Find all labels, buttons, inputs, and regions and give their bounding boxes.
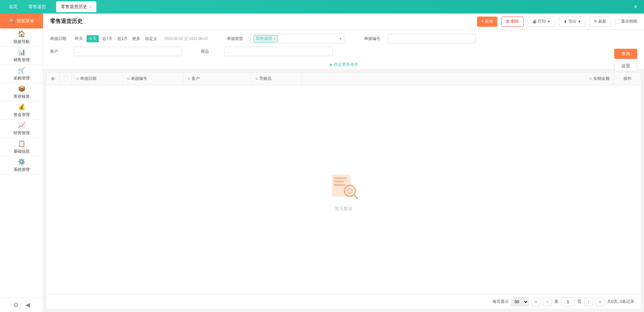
collapse-bar[interactable]: ▲ 收起更多条件 [50, 60, 637, 69]
filter-area: 单据日期 昨天 今天 近7天 近1月 更多 自定义 2023-06-02 至 2… [43, 30, 644, 69]
settings-col-icon[interactable]: ⚙ [51, 76, 55, 81]
voucher-type-select[interactable]: 零售退货 × ▼ [251, 34, 345, 43]
tab-retail-return-close[interactable]: × [48, 5, 50, 9]
tab-retail-return-history-close[interactable]: × [89, 5, 91, 9]
th-customer: ⇅ 客户 [184, 72, 251, 85]
sidebar-item-operations[interactable]: 📈 经营管理 [0, 120, 43, 138]
sidebar-item-finance[interactable]: 💰 资金管理 [0, 102, 43, 120]
voucher-type-tag: 零售退货 × [254, 35, 278, 42]
th-amount-label: 实销金额 [593, 76, 610, 82]
tab-retail-return-history[interactable]: 零售退货历史 × [56, 1, 96, 12]
print-chevron-icon: ▼ [547, 20, 551, 23]
first-page-button[interactable]: « [531, 297, 540, 306]
customer-select[interactable]: ... [74, 47, 182, 56]
window-close-button[interactable]: × [631, 2, 640, 12]
customer-filter-label: 客户 [50, 49, 68, 54]
sort-amount-icon[interactable]: ⇅ [589, 77, 592, 81]
voucher-type-label: 单据类型 [227, 36, 245, 42]
voucher-no-input[interactable] [388, 34, 476, 43]
sidebar-item-inventory[interactable]: 📦 库存核算 [0, 83, 43, 102]
filter-row-1: 单据日期 昨天 今天 近7天 近1月 更多 自定义 2023-06-02 至 2… [50, 34, 637, 43]
finance-icon: 💰 [18, 103, 25, 111]
tab-home-label: 首页 [9, 4, 18, 10]
voucher-type-tag-remove[interactable]: × [273, 37, 276, 41]
tab-home[interactable]: 首页 [4, 1, 22, 12]
show-detail-checkbox[interactable] [615, 19, 620, 24]
tab-retail-return-label: 零售退货 [28, 4, 46, 10]
sidebar-item-basic-info-label: 基础信息 [14, 149, 30, 154]
sidebar-item-system[interactable]: ⚙️ 系统管理 [0, 156, 43, 175]
content-area: 零售退货历史 + 新增 🗑 删除 🖨 🖨 打印 ▼ ⬆ 导出 ▼ ↻ 刷新 显示… [43, 14, 644, 312]
collapse-up-icon: ▲ [329, 62, 333, 67]
voucher-no-label: 单据编号 [364, 36, 382, 42]
show-detail-label: 显示明细 [621, 19, 637, 24]
delete-button[interactable]: 🗑 删除 [501, 17, 523, 27]
th-action-label: 操作 [623, 76, 631, 82]
operations-icon: 📈 [18, 121, 25, 129]
date-range-display: 2023-06-02 至 2023-06-02 [164, 36, 208, 41]
th-customer-label: 客户 [192, 76, 200, 82]
refresh-button[interactable]: ↻ 刷新 [590, 17, 611, 27]
basic-info-icon: 📋 [18, 140, 25, 147]
sidebar-item-basic-info[interactable]: 📋 基础信息 [0, 138, 43, 156]
sidebar: 🔍 搜索菜单 🏠 快捷导航 📊 销售管理 🛒 采购管理 📦 库存核算 💰 资金管… [0, 14, 43, 312]
export-chevron-icon: ▼ [578, 20, 581, 23]
th-guide-label: 导购员 [259, 76, 271, 82]
customer-placeholder: ... [77, 49, 80, 54]
shortcut-custom[interactable]: 自定义 [144, 35, 159, 42]
sidebar-item-inventory-label: 库存核算 [14, 94, 30, 99]
sidebar-toggle-icon[interactable]: ◀ [25, 301, 30, 309]
new-button[interactable]: + 新增 [477, 17, 497, 27]
shortcut-1month[interactable]: 近1月 [116, 35, 129, 42]
shortcut-7days[interactable]: 近7天 [101, 35, 114, 42]
shortcut-today[interactable]: 今天 [87, 35, 99, 42]
print-button[interactable]: 🖨 🖨 打印 ▼ [528, 17, 555, 27]
page-prefix-label: 第 [554, 299, 558, 305]
date-filter-label: 单据日期 [50, 36, 68, 42]
page-header: 零售退货历史 + 新增 🗑 删除 🖨 🖨 打印 ▼ ⬆ 导出 ▼ ↻ 刷新 显示… [43, 14, 644, 30]
svg-rect-2 [334, 181, 344, 182]
sidebar-bottom: ⚙ ◀ [0, 297, 43, 312]
query-button[interactable]: 查询 [614, 49, 637, 59]
th-voucher-no: ⇅ 单据编号 [123, 72, 184, 85]
shortcut-yesterday[interactable]: 昨天 [74, 35, 85, 42]
sort-guide-icon[interactable]: ⇅ [255, 77, 258, 81]
last-page-button[interactable]: » [596, 297, 604, 306]
sidebar-item-quick-nav[interactable]: 🏠 快捷导航 [0, 28, 43, 47]
main-layout: 🔍 搜索菜单 🏠 快捷导航 📊 销售管理 🛒 采购管理 📦 库存核算 💰 资金管… [0, 14, 644, 312]
tab-retail-return-history-label: 零售退货历史 [61, 4, 87, 10]
th-amount: ⇅ 实销金额 [302, 72, 614, 85]
voucher-type-tags: 零售退货 × [254, 35, 278, 42]
sort-customer-icon[interactable]: ⇅ [188, 77, 190, 81]
sort-voucher-icon[interactable]: ⇅ [127, 77, 129, 81]
search-icon: 🔍 [9, 19, 15, 24]
th-voucher-no-label: 单据编号 [131, 76, 147, 82]
show-detail-checkbox-wrapper: 显示明细 [615, 19, 637, 24]
page-title: 零售退货历史 [50, 18, 473, 25]
th-action: 操作 [614, 72, 641, 85]
per-page-select[interactable]: 50 10 20 100 [511, 297, 529, 306]
select-all-checkbox[interactable] [64, 76, 68, 81]
prev-page-button[interactable]: ‹ [543, 297, 552, 306]
page-number-input[interactable] [561, 297, 575, 306]
sidebar-search[interactable]: 🔍 搜索菜单 [0, 14, 43, 28]
sidebar-item-operations-label: 经营管理 [14, 130, 30, 136]
goods-filter-label: 商品 [201, 49, 219, 54]
next-page-button[interactable]: › [584, 297, 593, 306]
sort-date-icon[interactable]: ⇅ [76, 77, 79, 81]
goods-select[interactable]: ... [224, 47, 333, 56]
shortcut-more[interactable]: 更多 [131, 35, 142, 42]
sidebar-gear-icon[interactable]: ⚙ [13, 301, 19, 309]
sidebar-item-sales[interactable]: 📊 销售管理 [0, 47, 43, 65]
sidebar-item-purchase[interactable]: 🛒 采购管理 [0, 65, 43, 83]
export-button[interactable]: ⬆ 导出 ▼ [559, 17, 586, 27]
tab-retail-return[interactable]: 零售退货 × [24, 1, 55, 12]
inventory-icon: 📦 [18, 85, 25, 92]
empty-state: 暂无数据 [46, 85, 641, 294]
setting-button[interactable]: 设置 [614, 61, 637, 71]
sidebar-item-system-label: 系统管理 [14, 167, 30, 173]
pagination: 每页显示 50 10 20 100 « ‹ 第 页 › » 共0页, 0条记录 [46, 294, 641, 309]
svg-rect-3 [334, 184, 345, 186]
sidebar-search-label: 搜索菜单 [17, 18, 34, 24]
table-area: ⚙ ⇅ 单据日期 ⇅ 单据编号 ⇅ 客户 ⇅ [46, 72, 641, 309]
